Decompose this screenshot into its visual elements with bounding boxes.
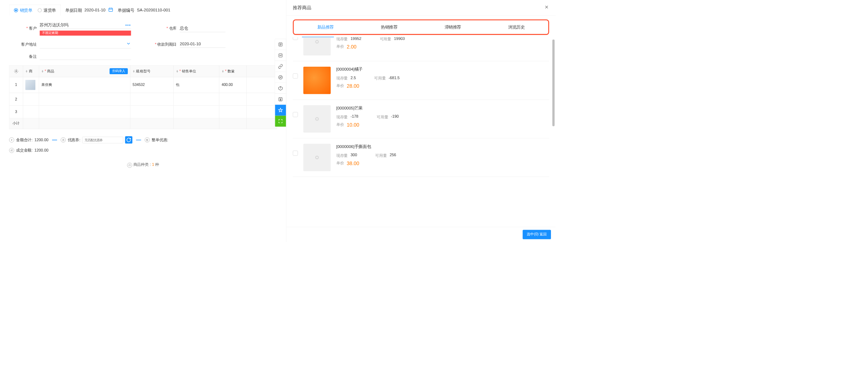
price-value: 10.00: [347, 122, 359, 128]
address-input[interactable]: [40, 40, 131, 48]
stock-label: 现存量: [336, 114, 348, 120]
refresh-button[interactable]: [125, 136, 132, 143]
price-value: 28.00: [347, 83, 359, 90]
duedate-value: 2020-01-10: [180, 42, 201, 46]
price-value: 38.00: [347, 160, 359, 167]
coupon-item: 券 优惠券:: [61, 136, 132, 143]
remark-label: 备注: [9, 54, 37, 59]
row-product-cell[interactable]: 果倍爽: [39, 77, 130, 93]
radio-return-order[interactable]: 退货单: [38, 7, 56, 13]
scrollbar-thumb[interactable]: [552, 40, 555, 126]
product-checkbox[interactable]: [293, 73, 298, 78]
swap-icon: [278, 75, 283, 80]
row-spec-cell[interactable]: [130, 106, 174, 118]
doc-date-label: 单据日期: [65, 7, 82, 13]
radio-sales-order[interactable]: 销货单: [14, 7, 32, 13]
doc-date-value[interactable]: 2020-01-10: [85, 8, 106, 12]
col-spec-header[interactable]: ▲▼规格型号: [130, 66, 174, 77]
side-list-button[interactable]: [275, 39, 286, 50]
recommend-tabs: 新品推荐 热销推荐 滞销推荐 浏览历史: [293, 19, 549, 35]
side-chart-button[interactable]: [275, 50, 286, 61]
product-name: [0000004]橘子: [336, 67, 549, 72]
remark-input[interactable]: [40, 53, 131, 60]
product-item[interactable]: [0000006]手撕面包 现存量300 可用量256 单价38.00: [293, 138, 549, 177]
col-img-header[interactable]: ▲▼商: [23, 66, 39, 77]
side-currency-button[interactable]: [275, 94, 286, 105]
calendar-icon[interactable]: [108, 7, 113, 13]
product-thumb: [303, 144, 331, 171]
row-unit-cell[interactable]: [174, 106, 219, 118]
row-qty-cell[interactable]: [219, 106, 247, 118]
minus-icon: —: [136, 137, 141, 143]
side-receipt-button[interactable]: [275, 83, 286, 94]
product-list[interactable]: 250ml 现存量19952 可用量19903 单价2.00 [0000004]…: [286, 37, 556, 227]
side-link-button[interactable]: [275, 61, 286, 72]
doc-date: 单据日期 2020-01-10: [65, 7, 113, 13]
sort-icon: ▲▼: [176, 70, 178, 73]
svg-point-7: [316, 41, 318, 42]
product-item[interactable]: [0000004]橘子 现存量2.5 可用量-681.5 单价28.00: [293, 61, 549, 100]
side-swap-button[interactable]: [275, 72, 286, 83]
recommend-panel: 推荐商品 新品推荐 热销推荐 滞销推荐 浏览历史 250ml 现存量19952 …: [286, 0, 556, 242]
discount-icon: 整: [145, 137, 150, 142]
col-settings-button[interactable]: [9, 66, 23, 77]
form-customer: 客户 苏州万达沃尔玛 ••• 不固定账期: [9, 21, 131, 36]
table-row[interactable]: 3: [9, 106, 277, 118]
close-button[interactable]: [544, 5, 549, 11]
deal-label: 成交金额:: [16, 148, 33, 153]
customer-picker-icon[interactable]: •••: [125, 22, 131, 27]
scan-input-button[interactable]: 扫码录入: [109, 68, 128, 74]
svg-point-1: [16, 71, 17, 72]
customer-input[interactable]: 苏州万达沃尔玛 •••: [40, 21, 131, 29]
remark-text-input[interactable]: [40, 54, 131, 58]
row-product-cell[interactable]: [39, 93, 130, 105]
row-qty-cell[interactable]: [219, 93, 247, 105]
row-unit-cell[interactable]: [174, 93, 219, 105]
side-star-button[interactable]: [275, 105, 286, 116]
row-spec-cell[interactable]: 534532: [130, 77, 174, 93]
tab-new[interactable]: 新品推荐: [294, 23, 357, 31]
table-row[interactable]: 1 果倍爽 534532 包 400.00: [9, 77, 277, 93]
product-thumb: [303, 37, 331, 55]
product-checkbox[interactable]: [293, 150, 298, 155]
kind-label: 商品种类 :: [133, 163, 151, 167]
side-expand-button[interactable]: [275, 116, 286, 127]
subtotal-row: 小计: [9, 118, 277, 129]
chevron-down-icon[interactable]: [126, 41, 131, 47]
price-label: 单价: [336, 122, 344, 128]
form-duedate: 收款到期日 2020-01-10: [149, 40, 226, 48]
col-qty-header[interactable]: ▲▼数量: [219, 66, 247, 77]
row-unit-cell[interactable]: 包: [174, 77, 219, 93]
coupon-label: 优惠券:: [68, 137, 81, 143]
recommend-header: 推荐商品: [286, 0, 556, 16]
product-item[interactable]: [0000005]芒果 现存量-178 可用量-190 单价10.00: [293, 100, 549, 138]
table-row[interactable]: 2: [9, 93, 277, 106]
tab-slow[interactable]: 滞销推荐: [421, 23, 484, 31]
coupon-input[interactable]: [82, 137, 123, 143]
sort-icon: ▲▼: [133, 70, 135, 73]
tab-hot[interactable]: 热销推荐: [357, 23, 421, 31]
duedate-input[interactable]: 2020-01-10: [180, 41, 225, 48]
row-product-cell[interactable]: [39, 106, 130, 118]
form-address: 客户地址: [9, 40, 131, 48]
form-warehouse: 仓库 总仓: [149, 21, 226, 36]
address-label: 客户地址: [9, 42, 37, 47]
product-info: [0000006]手撕面包 现存量300 可用量256 单价38.00: [336, 144, 549, 166]
row-spec-cell[interactable]: [130, 93, 174, 105]
svg-point-11: [316, 157, 318, 158]
customer-tag: 不固定账期: [40, 31, 131, 36]
col-unit-header[interactable]: ▲▼销售单位: [174, 66, 219, 77]
placeholder-icon: [315, 39, 320, 44]
col-product-header[interactable]: ▲▼ 商品 扫码录入: [39, 66, 130, 77]
warehouse-input[interactable]: 总仓: [180, 25, 225, 32]
product-checkbox[interactable]: [293, 37, 298, 40]
row-qty-cell[interactable]: 400.00: [219, 77, 247, 93]
product-checkbox[interactable]: [293, 112, 298, 117]
select-return-button[interactable]: 选中(0) 返回: [523, 230, 551, 239]
avail-label: 可用量: [374, 76, 386, 81]
product-item[interactable]: 250ml 现存量19952 可用量19903 单价2.00: [293, 37, 549, 61]
doc-code: 单据编号 SA-20200110-001: [118, 7, 170, 13]
amount-value: 1200.00: [34, 138, 48, 142]
tab-history[interactable]: 浏览历史: [485, 23, 548, 31]
kind-suffix: 种: [155, 163, 159, 167]
